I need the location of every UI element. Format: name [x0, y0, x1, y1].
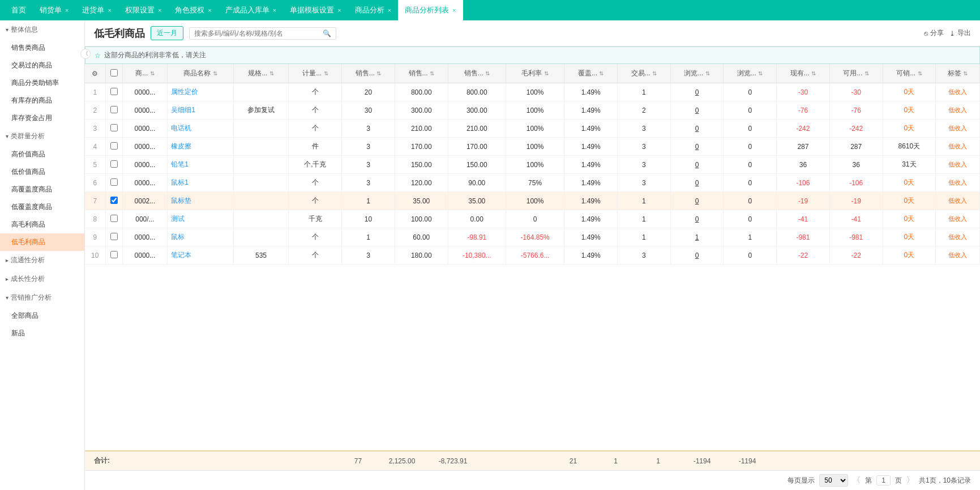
- sort-icon[interactable]: ⇅: [705, 70, 710, 76]
- nav-home[interactable]: 首页: [5, 0, 33, 20]
- close-icon[interactable]: ×: [108, 7, 111, 14]
- close-icon[interactable]: ×: [65, 7, 69, 14]
- sidebar-item-high-value[interactable]: 高价值商品: [0, 146, 84, 163]
- row-name[interactable]: 铅笔1: [168, 156, 233, 174]
- sidebar-item-high-margin[interactable]: 高毛利商品: [0, 216, 84, 233]
- sidebar-item-sales-products[interactable]: 销售类商品: [0, 39, 84, 57]
- row-name[interactable]: 测试: [168, 210, 233, 228]
- row-views[interactable]: 0: [670, 174, 724, 192]
- row-checkbox[interactable]: [110, 88, 118, 95]
- sidebar-item-traded-products[interactable]: 交易过的商品: [0, 57, 84, 74]
- row-checkbox-cell[interactable]: [105, 246, 122, 265]
- sidebar-item-all-products[interactable]: 全部商品: [0, 307, 84, 325]
- row-views[interactable]: 0: [670, 138, 724, 156]
- row-checkbox[interactable]: [110, 197, 118, 204]
- sort-icon[interactable]: ⇅: [324, 70, 328, 76]
- row-checkbox-cell[interactable]: [105, 120, 122, 138]
- row-checkbox[interactable]: [110, 160, 118, 168]
- search-icon[interactable]: 🔍: [323, 29, 331, 37]
- row-checkbox-cell[interactable]: [105, 138, 122, 156]
- row-views[interactable]: 0: [670, 210, 724, 228]
- sidebar-item-new-products[interactable]: 新品: [0, 325, 84, 342]
- row-views[interactable]: 0: [670, 83, 724, 101]
- sort-icon[interactable]: ⇅: [652, 70, 657, 76]
- nav-product-analysis[interactable]: 商品分析×: [348, 0, 398, 20]
- row-name[interactable]: 鼠标垫: [168, 192, 233, 210]
- sidebar-item-capital[interactable]: 库存资金占用: [0, 109, 84, 127]
- row-name[interactable]: 吴细细1: [168, 101, 233, 120]
- sort-icon[interactable]: ⇅: [963, 70, 968, 76]
- row-checkbox-cell[interactable]: [105, 210, 122, 228]
- nav-product-analysis-list[interactable]: 商品分析列表×: [398, 0, 463, 20]
- col-checkbox[interactable]: [105, 64, 122, 83]
- close-icon[interactable]: ×: [452, 7, 456, 14]
- row-name[interactable]: 笔记本: [168, 246, 233, 265]
- sidebar-item-in-stock[interactable]: 有库存的商品: [0, 92, 84, 109]
- share-button[interactable]: ⎋ 分享: [924, 28, 944, 38]
- sidebar-group-growth[interactable]: ▸ 成长性分析: [0, 270, 84, 288]
- row-views[interactable]: 1: [670, 228, 724, 246]
- row-name[interactable]: 电话机: [168, 120, 233, 138]
- close-icon[interactable]: ×: [337, 7, 341, 14]
- sidebar-group-marketing[interactable]: ▾ 营销推广分析: [0, 288, 84, 307]
- close-icon[interactable]: ×: [158, 7, 161, 14]
- sort-icon[interactable]: ⇅: [430, 70, 434, 76]
- sidebar-group-overall[interactable]: ▾ 整体信息: [0, 20, 84, 39]
- row-views[interactable]: 0: [670, 192, 724, 210]
- close-icon[interactable]: ×: [273, 7, 276, 14]
- sort-icon[interactable]: ⇅: [865, 70, 869, 76]
- row-checkbox[interactable]: [110, 251, 118, 258]
- per-page-select[interactable]: 50 100 200: [819, 474, 848, 487]
- row-checkbox-cell[interactable]: [105, 228, 122, 246]
- row-checkbox[interactable]: [110, 124, 118, 131]
- select-all-checkbox[interactable]: [110, 69, 118, 76]
- row-checkbox[interactable]: [110, 233, 118, 240]
- sidebar-item-low-coverage[interactable]: 低覆盖度商品: [0, 198, 84, 216]
- nav-permission[interactable]: 权限设置×: [118, 0, 168, 20]
- sort-icon[interactable]: ⇅: [485, 70, 490, 76]
- row-views[interactable]: 0: [670, 120, 724, 138]
- sort-icon[interactable]: ⇅: [918, 70, 922, 76]
- col-settings[interactable]: ⚙: [85, 64, 105, 83]
- row-views[interactable]: 0: [670, 246, 724, 265]
- prev-page-button[interactable]: 〈: [853, 475, 861, 485]
- row-checkbox-cell[interactable]: [105, 192, 122, 210]
- nav-purchase[interactable]: 进货单×: [75, 0, 118, 20]
- nav-sales[interactable]: 销货单×: [33, 0, 75, 20]
- export-button[interactable]: ⤓ 导出: [949, 28, 971, 38]
- sort-icon[interactable]: ⇅: [269, 70, 274, 76]
- next-page-button[interactable]: 〉: [906, 475, 914, 485]
- sidebar-collapse-button[interactable]: 《: [80, 49, 91, 59]
- row-checkbox-cell[interactable]: [105, 174, 122, 192]
- sort-icon[interactable]: ⇅: [150, 70, 155, 76]
- sidebar-item-low-value[interactable]: 低价值商品: [0, 163, 84, 181]
- row-views[interactable]: 0: [670, 156, 724, 174]
- search-input[interactable]: [194, 29, 320, 37]
- sort-icon[interactable]: ⇅: [811, 70, 816, 76]
- sort-icon[interactable]: ⇅: [758, 70, 763, 76]
- filter-period-button[interactable]: 近一月: [151, 26, 183, 40]
- close-icon[interactable]: ×: [208, 7, 211, 14]
- row-name[interactable]: 橡皮擦: [168, 138, 233, 156]
- nav-template[interactable]: 单据模板设置×: [283, 0, 348, 20]
- row-checkbox-cell[interactable]: [105, 83, 122, 101]
- row-name[interactable]: 属性定价: [168, 83, 233, 101]
- sidebar-item-high-coverage[interactable]: 高覆盖度商品: [0, 181, 84, 198]
- sidebar-group-cluster[interactable]: ▾ 类群量分析: [0, 127, 84, 146]
- row-name[interactable]: 鼠标1: [168, 174, 233, 192]
- sort-icon[interactable]: ⇅: [599, 70, 604, 76]
- sort-icon[interactable]: ⇅: [544, 70, 549, 76]
- close-icon[interactable]: ×: [388, 7, 391, 14]
- sidebar-item-low-margin[interactable]: 低毛利商品: [0, 233, 84, 251]
- row-checkbox[interactable]: [110, 178, 118, 186]
- sidebar-group-circulation[interactable]: ▸ 流通性分析: [0, 251, 84, 270]
- row-checkbox[interactable]: [110, 215, 118, 222]
- row-checkbox-cell[interactable]: [105, 101, 122, 120]
- row-views[interactable]: 0: [670, 101, 724, 120]
- row-checkbox[interactable]: [110, 106, 118, 113]
- nav-role[interactable]: 角色授权×: [168, 0, 218, 20]
- sort-icon[interactable]: ⇅: [213, 70, 217, 76]
- sort-icon[interactable]: ⇅: [376, 70, 381, 76]
- row-checkbox[interactable]: [110, 142, 118, 150]
- sidebar-item-category-rate[interactable]: 商品分类助销率: [0, 74, 84, 92]
